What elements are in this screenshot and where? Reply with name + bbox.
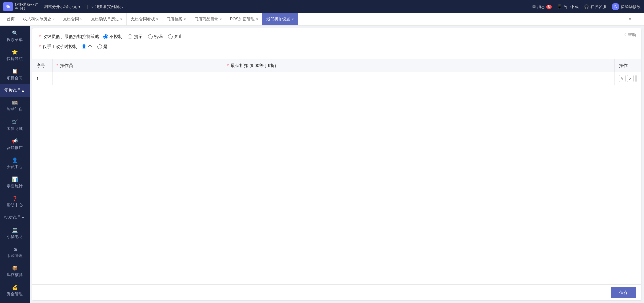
col-operator: * 操作员 — [52, 59, 223, 72]
close-icon[interactable]: × — [80, 17, 83, 21]
sidebar: 🔍 搜索菜单 ⭐ 快捷导航 📋 项目合同 零售管理 ▲ 🏬 智慧门店 🛒 零售商… — [0, 26, 30, 303]
col-action: 操作 — [614, 59, 641, 72]
sidebar-item-marketing[interactable]: 📢 营销推广 — [0, 135, 30, 154]
logo-text: 畅捷·通好业财 专业版 — [15, 2, 38, 11]
message-btn[interactable]: ✉ 消息 8 — [532, 4, 552, 10]
sidebar-item-retail-stats[interactable]: 📊 零售统计 — [0, 173, 30, 192]
sidebar-item-batch-mgmt[interactable]: 批发管理 ▼ — [0, 211, 30, 224]
separator: | — [87, 4, 88, 9]
more-tabs-btn[interactable]: ⋮ — [635, 16, 641, 23]
sidebar-item-retail-mall[interactable]: 🛒 零售商城 — [0, 116, 30, 135]
search-icon: 🔍 — [12, 30, 18, 36]
footer-bar: 保存 — [32, 284, 641, 300]
avatar: 徐 — [612, 3, 619, 10]
sidebar-item-accounting[interactable]: 📒 总账管理 — [0, 300, 30, 303]
tab-income-history[interactable]: 收入确认单历史 × — [19, 13, 59, 26]
sidebar-item-member-center[interactable]: 👤 会员中心 — [0, 154, 30, 173]
save-button[interactable]: 保存 — [611, 287, 636, 298]
close-all-tabs-btn[interactable]: × — [627, 16, 633, 23]
edit-row-btn[interactable]: ✎ — [619, 75, 626, 82]
help-icon: ❓ — [12, 196, 18, 201]
col-min-discount: * 最低折扣 (9.00等于9折) — [223, 59, 614, 72]
manual-no[interactable]: 否 — [82, 44, 92, 50]
row-handle[interactable] — [635, 75, 637, 82]
tab-store-product-catalog[interactable]: 门店商品目录 × — [190, 13, 226, 26]
close-icon[interactable]: × — [292, 17, 294, 21]
policy-password[interactable]: 密码 — [148, 34, 163, 40]
phone-icon: 📱 — [557, 4, 562, 9]
online-service-btn[interactable]: 🎧 在线客服 — [584, 4, 606, 10]
ecom-icon: 💻 — [12, 227, 18, 233]
tab-home[interactable]: 首页 — [3, 13, 19, 26]
policy-forbid[interactable]: 禁止 — [168, 34, 183, 40]
discount-table: 序号 * 操作员 * 最低折扣 (9.00等于9折) 操作 — [32, 59, 641, 85]
logo-icon: 畅 — [3, 2, 13, 11]
close-icon[interactable]: × — [156, 17, 158, 21]
tab-payment-confirm-history[interactable]: 支出确认单历史 × — [87, 13, 127, 26]
demo-link[interactable]: ○ 我要看实例演示 — [91, 4, 123, 10]
sidebar-item-project-contract[interactable]: 📋 项目合同 — [0, 65, 30, 84]
top-right-area: ✉ 消息 8 📱 App下载 🎧 在线客服 徐 徐泽华修改 — [532, 3, 641, 10]
star-icon: ⭐ — [12, 49, 18, 55]
table-header-row: 序号 * 操作员 * 最低折扣 (9.00等于9折) 操作 — [32, 59, 641, 72]
sidebar-item-search[interactable]: 🔍 搜索菜单 — [0, 27, 30, 46]
inventory-icon: 📦 — [12, 265, 18, 271]
sidebar-item-smart-store[interactable]: 🏬 智慧门店 — [0, 97, 30, 116]
manual-radio-group: 否 是 — [82, 44, 108, 50]
tab-payment-contract-board[interactable]: 支出合同看板 × — [127, 13, 163, 26]
store-icon: 🏬 — [12, 100, 18, 105]
logo-area: 畅 畅捷·通好业财 专业版 — [3, 2, 38, 11]
sidebar-item-help-center[interactable]: ❓ 帮助中心 — [0, 192, 30, 211]
chevron-down-icon: ▼ — [21, 215, 25, 220]
cell-action: ✎ ✕ — [614, 72, 641, 85]
tab-actions: × ⋮ — [627, 16, 641, 23]
tabbar: 首页 收入确认单历史 × 支出合同 × 支出确认单历史 × 支出合同看板 × 门… — [0, 13, 644, 26]
content-panel: * 收银员低于最低折扣控制策略 不控制 提示 — [32, 28, 641, 300]
chevron-up-icon: ▲ — [21, 88, 25, 93]
contract-icon: 📋 — [12, 68, 18, 74]
user-menu[interactable]: 徐 徐泽华修改 — [612, 3, 641, 10]
tab-store-archive[interactable]: 门店档案 × — [162, 13, 190, 26]
table-section: 序号 * 操作员 * 最低折扣 (9.00等于9折) 操作 — [32, 59, 641, 284]
close-icon[interactable]: × — [184, 17, 186, 21]
delete-row-btn[interactable]: ✕ — [627, 75, 634, 82]
question-icon: ？ — [623, 32, 627, 38]
tab-payment-contract[interactable]: 支出合同 × — [59, 13, 87, 26]
policy-tip[interactable]: 提示 — [128, 34, 143, 40]
col-seq: 序号 — [32, 59, 52, 72]
sidebar-item-inventory[interactable]: 📦 库存核算 — [0, 262, 30, 281]
close-icon[interactable]: × — [256, 17, 258, 21]
policy-label: * 收银员低于最低折扣控制策略 — [39, 34, 99, 40]
cell-min-discount — [223, 72, 614, 85]
project-selector[interactable]: 测试分开示程·小兄 ▾ — [41, 3, 83, 11]
close-icon[interactable]: × — [120, 17, 122, 21]
cell-operator — [52, 72, 223, 85]
sidebar-item-retail-mgmt[interactable]: 零售管理 ▲ — [0, 84, 30, 97]
action-btns: ✎ ✕ — [619, 75, 638, 82]
policy-form-row: * 收银员低于最低折扣控制策略 不控制 提示 — [39, 34, 635, 40]
app-download-btn[interactable]: 📱 App下载 — [557, 4, 579, 10]
close-icon[interactable]: × — [53, 17, 55, 21]
tab-pos-password-mgmt[interactable]: POS加密管理 × — [226, 13, 262, 26]
form-section: * 收银员低于最低折扣控制策略 不控制 提示 — [32, 28, 641, 59]
close-icon[interactable]: × — [220, 17, 222, 21]
headset-icon: 🎧 — [584, 4, 589, 9]
message-badge: 8 — [546, 5, 552, 9]
message-icon: ✉ — [532, 4, 536, 9]
chevron-down-icon: ▾ — [78, 4, 80, 9]
table-row: 1 ✎ ✕ — [32, 72, 641, 85]
cell-seq: 1 — [32, 72, 52, 85]
tab-min-discount-setting[interactable]: 最低折扣设置 × — [262, 13, 298, 26]
sidebar-item-xiaochang-ecom[interactable]: 💻 小畅电商 — [0, 224, 30, 243]
sidebar-item-quick-nav[interactable]: ⭐ 快捷导航 — [0, 46, 30, 65]
help-button[interactable]: ？ 帮助 — [623, 32, 636, 38]
manual-form-row: * 仅手工改价时控制 否 是 — [39, 44, 635, 50]
demo-icon: ○ — [91, 4, 94, 9]
sidebar-item-capital-mgmt[interactable]: 💰 资金管理 — [0, 281, 30, 300]
sidebar-item-purchase-mgmt[interactable]: 🛍 采购管理 — [0, 243, 30, 262]
policy-no-control[interactable]: 不控制 — [103, 34, 122, 40]
capital-icon: 💰 — [12, 285, 18, 290]
topbar: 畅 畅捷·通好业财 专业版 测试分开示程·小兄 ▾ | ○ 我要看实例演示 ✉ … — [0, 0, 644, 13]
manual-yes[interactable]: 是 — [97, 44, 108, 50]
stats-icon: 📊 — [12, 176, 18, 182]
